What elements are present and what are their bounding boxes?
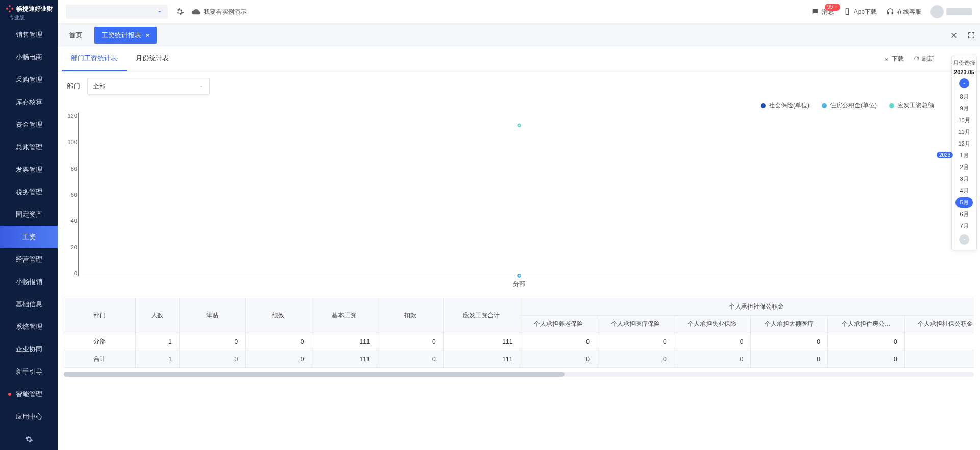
table-cell: 0 [904,333,974,350]
month-picker-title: 月份选择 [953,59,975,67]
table-cell: 分部 [64,333,136,350]
sidebar-item[interactable]: 基础信息 [0,293,58,316]
brand-edition: 专业版 [9,14,24,21]
sidebar-item[interactable]: 应用中心 [0,406,58,428]
fullscreen-icon[interactable] [967,31,976,40]
tab-salary-report[interactable]: 工资统计报表 × [94,27,157,44]
chart-point [518,123,521,127]
legend-item-social[interactable]: 社会保险(单位) [761,101,810,110]
chart-x-label: 分部 [513,280,525,289]
gear-icon [25,435,33,443]
chevron-down-icon [157,9,163,15]
sidebar-item[interactable]: 小畅电商 [0,46,58,68]
month-option[interactable]: 3月 [952,174,976,184]
avatar [930,5,944,18]
refresh-button[interactable]: 刷新 [913,55,934,63]
table-header: 个人承担大额医疗 [751,316,828,333]
table-row: 合计1001110111000000 [64,350,974,368]
table-header: 部门 [64,298,136,333]
chevron-down-icon [962,237,967,242]
month-option[interactable]: 9月 [952,103,976,114]
messages-button[interactable]: 消息 99 + [811,8,834,16]
headset-icon [886,8,894,16]
month-option[interactable]: 7月 [952,221,976,231]
sidebar-item[interactable]: 资金管理 [0,113,58,136]
chevron-up-icon [962,81,967,86]
table-cell: 1 [135,350,179,368]
table-header: 个人承担养老保险 [520,316,597,333]
table-cell: 0 [597,333,674,350]
subtab-department[interactable]: 部门工资统计表 [62,46,127,71]
filter-dept-label: 部门: [67,82,82,91]
month-option[interactable]: 8月 [952,91,976,102]
month-option[interactable]: 10月 [952,115,976,126]
month-option[interactable]: 11月 [952,127,976,137]
sidebar-item[interactable]: 智能管理 [0,383,58,406]
month-option[interactable]: 4月 [952,185,976,196]
subtab-month[interactable]: 月份统计表 [127,46,178,71]
table-cell: 0 [828,333,905,350]
table-cell: 0 [180,333,246,350]
online-service-label: 在线客服 [897,8,921,16]
table-header: 个人承担医疗保险 [597,316,674,333]
month-picker-up[interactable] [959,78,969,88]
close-all-icon[interactable] [949,31,959,40]
online-service-button[interactable]: 在线客服 [886,8,921,16]
filter-dept-value: 全部 [93,82,105,91]
month-option[interactable]: 6月 [952,209,976,220]
table-cell: 0 [246,350,311,368]
table-header: 绩效 [246,298,311,333]
table-header-group: 个人承担社保公积金 [520,298,974,316]
month-option[interactable]: 12月 [952,138,976,149]
demo-link-label: 我要看实例演示 [204,8,247,16]
table-cell: 111 [443,350,520,368]
settings-icon[interactable] [175,7,184,16]
app-download-button[interactable]: App下载 [843,8,877,16]
sidebar-item[interactable]: 系统管理 [0,316,58,338]
table-cell: 0 [674,333,751,350]
tab-home[interactable]: 首页 [62,27,89,44]
user-menu[interactable] [930,5,972,18]
legend-item-total[interactable]: 应发工资总额 [889,101,934,110]
table-cell: 0 [377,333,443,350]
table-header: 个人承担失业保险 [674,316,751,333]
table-cell: 0 [751,350,828,368]
month-picker-down[interactable] [959,234,969,245]
table-cell: 0 [751,333,828,350]
sidebar-item[interactable]: 发票管理 [0,158,58,181]
sidebar-item[interactable]: 企业协同 [0,338,58,361]
app-download-label: App下载 [854,8,877,16]
download-button[interactable]: 下载 [883,55,904,63]
sidebar-item[interactable]: 工资 [0,226,58,248]
sidebar-item[interactable]: 新手引导 [0,361,58,383]
sidebar-item[interactable]: 税务管理 [0,181,58,203]
table-header: 基本工资 [311,298,377,333]
sidebar-item[interactable]: 小畅报销 [0,271,58,293]
table-header: 人数 [135,298,179,333]
company-selector[interactable] [66,5,168,19]
horizontal-scrollbar[interactable] [64,372,974,377]
salary-table: 部门人数津贴绩效基本工资扣款应发工资合计个人承担社保公积金个人承担养老保险个人承… [64,298,974,368]
brand-icon [5,4,14,13]
download-icon [883,56,890,62]
month-option[interactable]: 2月 [952,162,976,173]
demo-link[interactable]: 我要看实例演示 [191,7,247,16]
y-tick: 80 [64,165,77,172]
sidebar-item[interactable]: 经营管理 [0,248,58,271]
tab-close-icon[interactable]: × [145,32,150,39]
table-cell: 0 [246,333,311,350]
sidebar-item[interactable]: 采购管理 [0,68,58,91]
month-option[interactable]: 5月 [955,197,972,208]
table-cell: 0 [520,350,597,368]
sidebar-item[interactable]: 库存核算 [0,91,58,113]
sidebar-item[interactable]: 总账管理 [0,136,58,158]
brand-logo: 畅捷通好业财 专业版 [0,0,58,23]
sidebar-item[interactable]: 销售管理 [0,23,58,46]
filter-dept-select[interactable]: 全部 [87,78,210,95]
sidebar-item[interactable]: 固定资产 [0,203,58,226]
sidebar-settings[interactable] [0,430,58,450]
month-option[interactable]: 1月2023 [952,150,976,161]
table-cell: 1 [135,333,179,350]
user-name-placeholder [946,8,972,15]
legend-item-housing[interactable]: 住房公积金(单位) [822,101,877,110]
